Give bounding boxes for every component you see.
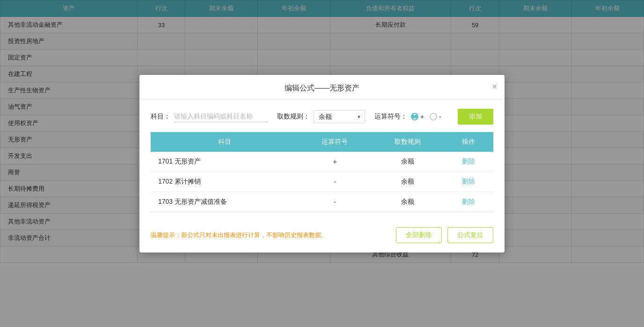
th-operator: 运算符号 [299,132,371,152]
rule-select[interactable]: 余额 借方发生额 贷方发生额 期末余额 [314,110,365,123]
table-row: 1701 无形资产 + 余额 删除 [151,152,493,172]
radio-plus-circle [411,113,418,120]
footer-tip: 温馨提示：新公式只对未出报表进行计算，不影响历史报表数据。 [151,231,327,239]
row2-rule: 余额 [371,171,444,192]
modal-title: 编辑公式——无形资产 [285,84,359,92]
row1-delete-link[interactable]: 删除 [462,157,475,165]
th-rule: 取数规则 [371,132,444,152]
radio-minus-label: - [439,113,441,120]
row3-rule: 余额 [371,192,444,212]
operator-label: 运算符号： [374,112,407,121]
row3-subject: 1703 无形资产减值准备 [151,192,299,212]
radio-minus[interactable]: - [430,113,441,120]
reset-formula-button[interactable]: 公式复位 [447,227,493,243]
radio-plus-label: + [420,113,424,120]
row1-operator: + [299,152,371,172]
modal-close-button[interactable]: × [492,82,497,91]
radio-plus[interactable]: + [411,113,424,120]
row1-action: 删除 [444,152,493,172]
row1-subject: 1701 无形资产 [151,152,299,172]
row3-action: 删除 [444,192,493,212]
table-header-row: 科目 运算符号 取数规则 操作 [151,132,493,152]
modal-dialog: 编辑公式——无形资产 × 科目： 取数规则： 余额 借方发生额 贷方发生额 期末… [139,75,505,253]
subject-group: 科目： [151,111,268,122]
formula-table: 科目 运算符号 取数规则 操作 1701 无形资产 + 余额 删除 [151,132,493,212]
th-subject: 科目 [151,132,299,152]
th-action: 操作 [444,132,493,152]
modal-footer: 温馨提示：新公式只对未出报表进行计算，不影响历史报表数据。 全部删除 公式复位 [139,220,505,253]
subject-input[interactable] [174,111,268,122]
form-row: 科目： 取数规则： 余额 借方发生额 贷方发生额 期末余额 ▼ 运算符号： [139,99,505,132]
rule-group: 取数规则： 余额 借方发生额 贷方发生额 期末余额 ▼ [277,110,365,123]
rule-select-wrapper: 余额 借方发生额 贷方发生额 期末余额 ▼ [314,110,365,123]
add-button[interactable]: 添加 [458,109,493,125]
row3-operator: - [299,192,371,212]
row1-rule: 余额 [371,152,444,172]
radio-group: + - [411,113,441,120]
row3-delete-link[interactable]: 删除 [462,198,475,205]
table-row: 1703 无形资产减值准备 - 余额 删除 [151,192,493,212]
footer-buttons: 全部删除 公式复位 [396,227,493,243]
row2-operator: - [299,171,371,192]
row2-action: 删除 [444,171,493,192]
table-row: 1702 累计摊销 - 余额 删除 [151,171,493,192]
operator-group: 运算符号： + - [374,112,441,121]
radio-minus-circle [430,113,437,120]
subject-label: 科目： [151,112,170,121]
row2-subject: 1702 累计摊销 [151,171,299,192]
modal-header: 编辑公式——无形资产 × [139,75,505,99]
rule-label: 取数规则： [277,112,310,121]
delete-all-button[interactable]: 全部删除 [396,227,442,243]
data-table-wrapper: 科目 运算符号 取数规则 操作 1701 无形资产 + 余额 删除 [139,132,505,212]
modal-overlay: 编辑公式——无形资产 × 科目： 取数规则： 余额 借方发生额 贷方发生额 期末… [0,0,644,327]
row2-delete-link[interactable]: 删除 [462,178,475,185]
